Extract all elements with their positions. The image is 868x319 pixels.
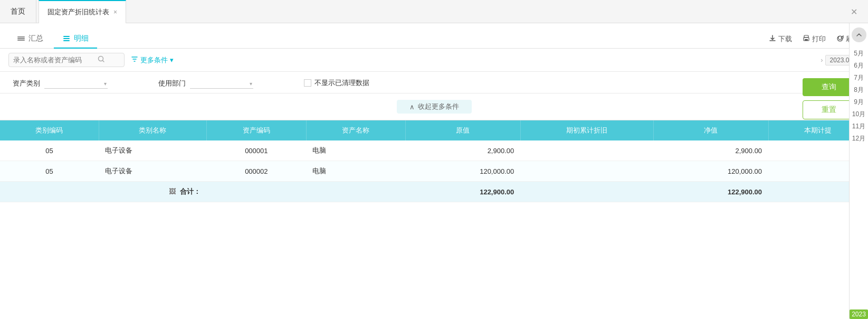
tab-active-fixed-assets[interactable]: 固定资产折旧统计表 × [39, 0, 126, 23]
total-icon: 🖼 [169, 187, 176, 195]
download-icon [769, 35, 776, 44]
tab-summary[interactable]: 汇总 [8, 30, 52, 49]
th-original-value: 原值 [405, 120, 520, 140]
table-header-row: 类别编码 类别名称 资产编码 资产名称 原值 期初累计折旧 净值 本期计提 [0, 120, 868, 140]
cell-category-code: 05 [0, 140, 99, 161]
department-select-wrap [190, 78, 253, 89]
cell-accumulated-depreciation [520, 161, 653, 182]
sidebar-month-item[interactable]: 8月 [852, 84, 865, 96]
expand-icon[interactable]: › [821, 56, 823, 64]
collapse-button[interactable]: ∧ 收起更多条件 [397, 100, 472, 114]
svg-rect-8 [805, 39, 808, 41]
cell-net-value: 120,000.00 [653, 161, 768, 182]
sidebar-month-item[interactable]: 7月 [852, 72, 865, 84]
collapse-row: ∧ 收起更多条件 [0, 93, 868, 120]
asset-category-select-wrap [44, 78, 108, 89]
table-total-row: 🖼 合计： 122,900.00 122,900.00 [0, 182, 868, 202]
layers-icon [17, 34, 25, 43]
total-empty-2 [306, 182, 405, 202]
department-filter: 使用部门 [158, 78, 253, 89]
table-row: 05 电子设备 000002 电脑 120,000.00 120,000.00 [0, 161, 868, 182]
tab-home[interactable]: 首页 [0, 0, 36, 23]
sidebar-months: 5月6月7月8月9月10月11月12月 [852, 48, 865, 145]
active-tab-label: 固定资产折旧统计表 [47, 7, 109, 17]
hide-cleaned-checkbox[interactable] [304, 79, 311, 87]
cell-original-value: 2,900.00 [405, 140, 520, 161]
data-table: 类别编码 类别名称 资产编码 资产名称 原值 期初累计折旧 净值 本期计提 05… [0, 120, 868, 202]
chevron-down-icon: ▾ [170, 56, 174, 64]
tab-summary-label: 汇总 [28, 34, 43, 43]
more-filter-button[interactable]: 更多条件 ▾ [131, 55, 174, 65]
cell-asset-name: 电脑 [306, 161, 405, 182]
search-wrap [8, 53, 125, 67]
sidebar-month-item[interactable]: 12月 [852, 133, 865, 145]
sidebar-month-item[interactable]: 6月 [852, 60, 865, 72]
download-button[interactable]: 下载 [769, 34, 792, 44]
tab-detail[interactable]: 明细 [54, 30, 97, 49]
sub-tabs: 汇总 明细 [8, 30, 97, 48]
svg-rect-4 [63, 38, 70, 39]
refresh-icon [836, 35, 844, 44]
cell-category-name: 电子设备 [99, 161, 207, 182]
tab-bar: 首页 固定资产折旧统计表 × ✕ [0, 0, 868, 23]
home-label: 首页 [11, 7, 25, 16]
total-original-value: 122,900.00 [405, 182, 520, 202]
department-select[interactable] [190, 78, 253, 89]
sub-tab-actions: 下载 打印 刷新 [769, 34, 860, 48]
hide-cleaned-label: 不显示已清理数据 [314, 78, 369, 88]
hide-cleaned-wrap: 不显示已清理数据 [304, 78, 369, 88]
th-accumulated-depreciation: 期初累计折旧 [520, 120, 653, 140]
window-close-button[interactable]: ✕ [851, 6, 857, 16]
th-category-name: 类别名称 [99, 120, 207, 140]
cell-category-name: 电子设备 [99, 140, 207, 161]
collapse-chevron-icon: ∧ [409, 103, 415, 111]
sidebar-month-item[interactable]: 5月 [852, 48, 865, 60]
total-accumulated-depreciation [520, 182, 653, 202]
cell-asset-code: 000001 [207, 140, 306, 161]
total-net-value: 122,900.00 [653, 182, 768, 202]
sidebar-up-button[interactable] [852, 27, 866, 42]
more-filter-label: 更多条件 [140, 55, 168, 65]
th-asset-name: 资产名称 [306, 120, 405, 140]
total-label-cell [0, 182, 99, 202]
th-net-value: 净值 [653, 120, 768, 140]
sidebar-month-item[interactable]: 11月 [852, 120, 865, 133]
table-row: 05 电子设备 000001 电脑 2,900.00 2,900.00 [0, 140, 868, 161]
cell-accumulated-depreciation [520, 140, 653, 161]
svg-rect-1 [17, 38, 25, 39]
download-label: 下载 [778, 34, 792, 44]
svg-rect-3 [63, 36, 70, 37]
department-label: 使用部门 [158, 79, 186, 88]
reset-button[interactable]: 重置 [803, 100, 855, 119]
search-icon[interactable] [98, 55, 105, 64]
th-category-code: 类别编码 [0, 120, 99, 140]
sidebar-month-item[interactable]: 9月 [852, 96, 865, 108]
search-input[interactable] [13, 56, 98, 64]
print-button[interactable]: 打印 [803, 34, 826, 44]
th-asset-code: 资产编码 [207, 120, 306, 140]
filter-actions: 查询 重置 [803, 78, 855, 119]
svg-rect-0 [17, 36, 25, 37]
print-label: 打印 [812, 34, 826, 44]
close-tab-button[interactable]: × [113, 8, 117, 16]
table-container: 类别编码 类别名称 资产编码 资产名称 原值 期初累计折旧 净值 本期计提 05… [0, 120, 868, 319]
filter-bar: 更多条件 ▾ › 2023.01 [0, 49, 868, 72]
asset-category-select[interactable] [44, 78, 108, 89]
tab-detail-label: 明细 [74, 34, 89, 43]
cell-net-value: 2,900.00 [653, 140, 768, 161]
asset-category-label: 资产类别 [13, 79, 40, 88]
cell-category-code: 05 [0, 161, 99, 182]
print-icon [803, 35, 810, 44]
total-empty-1 [207, 182, 306, 202]
advanced-filters: 资产类别 使用部门 不显示已清理数据 查询 重置 [0, 72, 868, 93]
sidebar-month-item[interactable]: 10月 [852, 108, 865, 120]
right-sidebar: 5月6月7月8月9月10月11月12月 2023 [849, 23, 868, 319]
svg-rect-2 [17, 40, 25, 41]
collapse-label: 收起更多条件 [418, 102, 459, 111]
total-label: 🖼 合计： [99, 182, 207, 202]
cell-asset-code: 000002 [207, 161, 306, 182]
list-icon [62, 34, 71, 43]
svg-rect-5 [63, 40, 70, 41]
sub-tab-bar: 汇总 明细 下载 [0, 23, 868, 49]
query-button[interactable]: 查询 [803, 78, 855, 96]
